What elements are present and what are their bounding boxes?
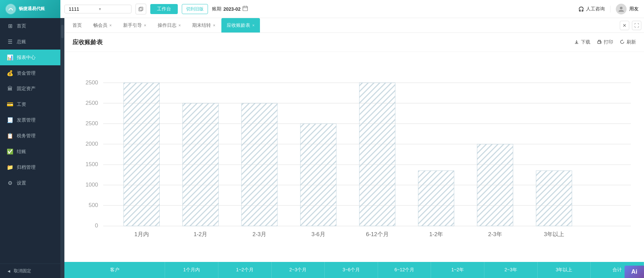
pin-icon: ◄ xyxy=(7,269,11,274)
sidebar-label-settings: 设置 xyxy=(17,180,26,186)
download-button[interactable]: 下载 xyxy=(574,39,590,45)
svg-text:2-3月: 2-3月 xyxy=(253,231,266,237)
refresh-icon xyxy=(620,40,625,45)
sidebar-item-settle[interactable]: ✅结账 xyxy=(0,144,60,159)
chart-container: 2500 2500 2500 2000 1500 1000 500 0 xyxy=(64,52,644,262)
sidebar-icon-invoice: 🧾 xyxy=(7,117,13,123)
expand-button[interactable]: ⛶ xyxy=(632,21,641,30)
sidebar-item-invoice[interactable]: 🧾发票管理 xyxy=(0,112,60,128)
svg-rect-39 xyxy=(477,144,513,226)
consult-button[interactable]: 🎧 人工咨询 xyxy=(578,6,605,12)
sidebar-item-archive[interactable]: 📁归档管理 xyxy=(0,159,60,175)
print-button[interactable]: 打印 xyxy=(597,39,613,45)
table-header-col-6: 1~2年 xyxy=(431,262,484,278)
tab-label-guide: 新手引导 xyxy=(123,22,142,28)
sidebar-item-tax[interactable]: 📋税务管理 xyxy=(0,128,60,144)
page-header: 应收账龄表 下载 xyxy=(64,33,644,52)
svg-text:1月内: 1月内 xyxy=(135,231,149,237)
period-label: 账期 xyxy=(212,6,221,12)
tab-period-end[interactable]: 期末结转× xyxy=(187,18,221,32)
table-header-col-1: 1个月内 xyxy=(165,262,218,278)
scroll-indicator[interactable] xyxy=(60,18,64,278)
sidebar-icon-assets: 🏛 xyxy=(7,86,13,92)
refresh-label: 刷新 xyxy=(627,39,636,45)
sidebar-label-reports: 报表中心 xyxy=(17,55,36,61)
calendar-icon[interactable] xyxy=(243,6,248,12)
sidebar-label-settle: 结账 xyxy=(17,149,26,155)
svg-text:2000: 2000 xyxy=(86,141,98,147)
tab-member[interactable]: 畅会员× xyxy=(88,18,117,32)
sidebar-label-assets: 固定资产 xyxy=(17,86,36,92)
workbench-button[interactable]: 工作台 xyxy=(150,4,178,14)
sidebar-item-funds[interactable]: 💰资金管理 xyxy=(0,65,60,81)
sidebar-label-tax: 税务管理 xyxy=(17,133,36,139)
sidebar-item-settings[interactable]: ⚙设置 xyxy=(0,175,60,191)
svg-point-0 xyxy=(6,5,15,13)
table-header-col-7: 2~3年 xyxy=(484,262,538,278)
copy-icon[interactable] xyxy=(136,4,146,14)
svg-rect-27 xyxy=(124,83,160,226)
svg-text:0: 0 xyxy=(95,222,98,229)
user-area[interactable]: 用友 xyxy=(616,4,639,14)
main-layout: ⊞首页☰总账📊报表中心💰资金管理🏛固定资产💳工资🧾发票管理📋税务管理✅结账📁归档… xyxy=(0,18,644,278)
svg-text:6-12个月: 6-12个月 xyxy=(366,231,389,237)
chevron-down-icon: ▾ xyxy=(99,7,127,11)
cancel-fixed-label: 取消固定 xyxy=(14,268,31,274)
sidebar-label-invoice: 发票管理 xyxy=(17,117,36,123)
svg-rect-33 xyxy=(301,124,336,226)
svg-text:500: 500 xyxy=(89,202,98,208)
top-header: 畅捷通易代账 1111 ▾ 工作台 切到旧版 账期 2023-02 🎧 人工咨询 xyxy=(0,0,644,18)
svg-text:1-2月: 1-2月 xyxy=(194,231,207,237)
tab-close-member[interactable]: × xyxy=(109,23,112,28)
tab-home[interactable]: 首页 xyxy=(67,18,87,32)
sidebar: ⊞首页☰总账📊报表中心💰资金管理🏛固定资产💳工资🧾发票管理📋税务管理✅结账📁归档… xyxy=(0,18,60,278)
logo-icon xyxy=(5,4,16,14)
sidebar-icon-archive: 📁 xyxy=(7,164,13,170)
ai-badge[interactable]: Ai xyxy=(625,266,644,278)
tab-aging[interactable]: 应收账龄表× xyxy=(221,18,260,32)
table-header-bar: 客户1个月内1~2个月2~3个月3~6个月6~12个月1~2年2~3年3年以上合… xyxy=(64,262,644,278)
avatar xyxy=(616,4,627,14)
tab-close-log[interactable]: × xyxy=(178,23,181,28)
table-header-col-3: 2~3个月 xyxy=(272,262,325,278)
svg-rect-31 xyxy=(241,103,277,226)
tab-close-period-end[interactable]: × xyxy=(213,23,215,28)
sidebar-item-salary[interactable]: 💳工资 xyxy=(0,96,60,112)
download-label: 下载 xyxy=(581,39,590,45)
svg-point-7 xyxy=(620,7,623,9)
svg-point-9 xyxy=(600,42,601,43)
switch-version-button[interactable]: 切到旧版 xyxy=(182,4,208,14)
tab-close-guide[interactable]: × xyxy=(144,23,146,28)
sidebar-icon-home: ⊞ xyxy=(7,23,13,29)
sidebar-icon-settle: ✅ xyxy=(7,148,13,155)
tab-log[interactable]: 操作日志× xyxy=(152,18,186,32)
headset-icon: 🎧 xyxy=(578,6,584,12)
tab-guide[interactable]: 新手引导× xyxy=(118,18,152,32)
username: 用友 xyxy=(629,6,639,12)
sidebar-item-reports[interactable]: 📊报表中心 xyxy=(0,50,60,65)
page-title: 应收账龄表 xyxy=(72,38,103,46)
print-icon xyxy=(597,40,602,45)
sidebar-icon-funds: 💰 xyxy=(7,70,13,76)
company-selector[interactable]: 1111 ▾ xyxy=(64,5,131,13)
sidebar-icon-settings: ⚙ xyxy=(7,180,13,186)
sidebar-footer[interactable]: ◄ 取消固定 xyxy=(0,264,60,278)
sidebar-icon-tax: 📋 xyxy=(7,133,13,139)
sidebar-item-home[interactable]: ⊞首页 xyxy=(0,18,60,34)
sidebar-item-assets[interactable]: 🏛固定资产 xyxy=(0,81,60,96)
tab-label-period-end: 期末结转 xyxy=(192,22,211,28)
period-value: 2023-02 xyxy=(223,6,240,12)
tab-close-aging[interactable]: × xyxy=(252,23,255,28)
print-label: 打印 xyxy=(604,39,613,45)
sidebar-icon-reports: 📊 xyxy=(7,54,13,61)
sidebar-label-ledger: 总账 xyxy=(17,39,26,45)
svg-text:2-3年: 2-3年 xyxy=(488,231,502,237)
svg-text:1500: 1500 xyxy=(86,161,98,167)
bar-chart: 2500 2500 2500 2000 1500 1000 500 0 xyxy=(72,57,636,257)
svg-text:3-6月: 3-6月 xyxy=(311,231,325,237)
svg-rect-29 xyxy=(182,103,218,226)
close-all-button[interactable]: ✕ xyxy=(620,21,629,30)
refresh-button[interactable]: 刷新 xyxy=(620,39,636,45)
tab-label-member: 畅会员 xyxy=(93,22,107,28)
sidebar-item-ledger[interactable]: ☰总账 xyxy=(0,34,60,50)
